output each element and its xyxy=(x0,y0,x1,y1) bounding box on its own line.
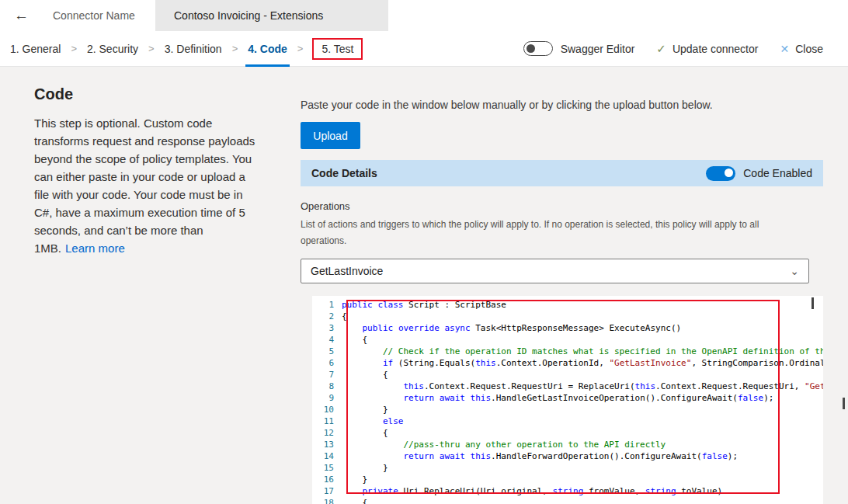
code-line: 18 { xyxy=(312,497,823,504)
code-line: 3 public override async Task<HttpRespons… xyxy=(312,322,823,334)
code-line-text: //pass-thru any other operation to the A… xyxy=(342,439,666,450)
code-details-bar: Code Details Code Enabled xyxy=(301,160,823,186)
code-line-text: else xyxy=(342,415,403,427)
line-number: 18 xyxy=(312,497,342,504)
line-number: 11 xyxy=(312,415,342,427)
operations-dropdown[interactable]: GetLastInvoice ⌄ xyxy=(301,259,809,283)
line-number: 4 xyxy=(312,334,342,346)
line-number: 16 xyxy=(312,474,342,485)
line-number: 5 xyxy=(312,346,342,357)
update-connector-label: Update connector xyxy=(672,43,759,55)
step-definition[interactable]: 3. Definition xyxy=(162,38,224,60)
code-line-text: } xyxy=(342,474,367,485)
code-line: 14 return await this.HandleForwardOperat… xyxy=(312,450,823,462)
line-number: 17 xyxy=(312,485,342,497)
code-line-text: this.Context.Request.RequestUri = Replac… xyxy=(342,381,823,392)
code-line: 5 // Check if the operation ID matches w… xyxy=(312,346,823,357)
line-number: 7 xyxy=(312,369,342,381)
learn-more-link[interactable]: Learn more xyxy=(65,242,125,255)
code-line: 16 } xyxy=(312,474,823,485)
selected-operation: GetLastInvoice xyxy=(311,265,383,277)
line-number: 10 xyxy=(312,404,342,415)
upload-button[interactable]: Upload xyxy=(301,122,360,149)
code-enabled-toggle[interactable] xyxy=(706,166,735,181)
step-description: This step is optional. Custom code trans… xyxy=(34,114,261,257)
code-line-text: } xyxy=(342,462,388,474)
code-line: 9 return await this.HandleGetLastInvoice… xyxy=(312,392,823,404)
code-line-text: // Check if the operation ID matches wha… xyxy=(342,346,823,357)
chevron-separator-icon: > xyxy=(141,43,162,54)
line-number: 1 xyxy=(312,299,342,311)
connector-title-tab[interactable]: Contoso Invoicing - Extensions xyxy=(155,0,388,31)
line-number: 14 xyxy=(312,450,342,462)
line-number: 15 xyxy=(312,462,342,474)
code-line-text: { xyxy=(342,369,388,381)
main-content: Code This step is optional. Custom code … xyxy=(0,67,848,504)
chevron-separator-icon: > xyxy=(290,43,311,54)
operations-label: Operations xyxy=(301,200,350,212)
connector-title: Contoso Invoicing - Extensions xyxy=(174,9,323,22)
code-line-text: return await this.HandleGetLastInvoiceOp… xyxy=(342,392,773,404)
code-line: 6 if (String.Equals(this.Context.Operati… xyxy=(312,357,823,369)
toggle-knob xyxy=(725,169,733,177)
connector-name-label: Connector Name xyxy=(53,0,135,31)
page-scrollbar-thumb[interactable] xyxy=(843,398,845,409)
swagger-editor-toggle[interactable] xyxy=(523,41,553,56)
code-line: 12 { xyxy=(312,427,823,439)
code-details-title: Code Details xyxy=(311,167,377,179)
code-lines: 1public class Script : ScriptBase2{3 pub… xyxy=(312,299,823,504)
chevron-separator-icon: > xyxy=(63,43,85,54)
code-line: 2{ xyxy=(312,311,823,322)
step-intro-panel: Code This step is optional. Custom code … xyxy=(34,85,261,257)
wizard-nav: 1. General > 2. Security > 3. Definition… xyxy=(0,31,848,67)
chevron-down-icon: ⌄ xyxy=(790,267,799,275)
step-description-text: This step is optional. Custom code trans… xyxy=(34,116,255,255)
code-line-text: if (String.Equals(this.Context.Operation… xyxy=(342,357,823,369)
connector-editor-page: ← Connector Name Contoso Invoicing - Ext… xyxy=(0,0,848,504)
code-enabled-label: Code Enabled xyxy=(743,167,812,179)
code-line: 1public class Script : ScriptBase xyxy=(312,299,823,311)
line-number: 3 xyxy=(312,322,342,334)
close-button[interactable]: ✕ Close xyxy=(780,43,823,55)
step-test[interactable]: 5. Test xyxy=(312,38,363,60)
code-line-text: return await this.HandleForwardOperation… xyxy=(342,450,738,462)
line-number: 9 xyxy=(312,392,342,404)
chevron-separator-icon: > xyxy=(224,43,246,54)
code-line: 11 else xyxy=(312,415,823,427)
step-security[interactable]: 2. Security xyxy=(85,38,141,60)
step-code[interactable]: 4. Code xyxy=(245,38,290,60)
code-line-text: { xyxy=(342,311,347,322)
code-line: 7 { xyxy=(312,369,823,381)
code-line-text: } xyxy=(342,404,388,415)
update-connector-button[interactable]: ✓ Update connector xyxy=(656,42,758,56)
code-line: 10 } xyxy=(312,404,823,415)
line-number: 8 xyxy=(312,381,342,392)
code-enabled-control: Code Enabled xyxy=(706,166,812,181)
check-icon: ✓ xyxy=(656,42,666,56)
code-line: 15 } xyxy=(312,462,823,474)
code-line-text: { xyxy=(342,334,367,346)
line-number: 12 xyxy=(312,427,342,439)
code-line: 8 this.Context.Request.RequestUri = Repl… xyxy=(312,381,823,392)
line-number: 6 xyxy=(312,357,342,369)
code-line-text: { xyxy=(342,427,388,439)
page-title: Code xyxy=(34,85,261,103)
toggle-knob xyxy=(527,44,535,53)
top-header: ← Connector Name Contoso Invoicing - Ext… xyxy=(0,0,848,31)
code-line: 17 private Uri ReplaceUri(Uri original, … xyxy=(312,485,823,497)
code-editor[interactable]: 1public class Script : ScriptBase2{3 pub… xyxy=(312,296,823,504)
editor-scrollbar-thumb[interactable] xyxy=(812,297,814,309)
back-arrow-icon[interactable]: ← xyxy=(14,0,29,31)
step-general[interactable]: 1. General xyxy=(8,38,63,60)
paste-instruction: Paste your code in the window below manu… xyxy=(301,99,713,111)
close-icon: ✕ xyxy=(780,43,789,55)
code-line-text: private Uri ReplaceUri(Uri original, str… xyxy=(342,485,722,497)
line-number: 13 xyxy=(312,439,342,450)
nav-actions: Swagger Editor ✓ Update connector ✕ Clos… xyxy=(523,41,848,56)
code-line: 13 //pass-thru any other operation to th… xyxy=(312,439,823,450)
close-label: Close xyxy=(795,43,823,55)
code-line-text: { xyxy=(342,497,367,504)
swagger-editor-label: Swagger Editor xyxy=(561,43,635,55)
operations-description: List of actions and triggers to which th… xyxy=(301,217,798,249)
code-line-text: public class Script : ScriptBase xyxy=(342,299,506,311)
